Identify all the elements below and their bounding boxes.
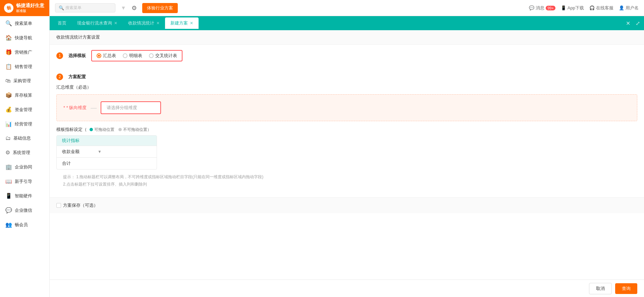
sidebar-item-label: 企业微信 [15,207,32,213]
trial-button[interactable]: 体验行业方案 [142,3,178,13]
dimension-title: 汇总维度（必选） [56,84,637,90]
main-area: 🔍 搜索菜单 ▼ ⚙ 体验行业方案 💬 消息 99+ 📱 App下载 🎧 在线客… [50,0,644,297]
radio-summary-circle [97,53,101,58]
page-header: 收款情况统计方案设置 [50,30,644,45]
radio-detail[interactable]: 明细表 [123,53,142,59]
sidebar-item-label: 基础信息 [13,135,31,141]
metrics-header: 模板指标设定（ 可拖动位置 不可拖动位置） [56,127,637,133]
sidebar-item-inventory[interactable]: 📦 库存核算 [0,88,49,102]
step1-title: 选择模板 [68,53,86,59]
sidebar-item-basic[interactable]: 🗂 基础信息 [0,131,49,145]
tab-home[interactable]: 首页 [52,17,72,29]
step2-row: 2 方案配置 [56,73,637,80]
sidebar-item-label: 智能硬件 [15,193,32,199]
online-service-action[interactable]: 🎧 在线客服 [589,5,613,11]
tab-bank-close[interactable]: ✕ [114,21,117,26]
user-icon: 👤 [619,5,624,10]
dimension-panel: * 纵向维度 — 请选择分组维度 [56,94,637,121]
radio-summary[interactable]: 汇总表 [97,53,116,59]
page-content: 收款情况统计方案设置 1 选择模板 汇总表 明细表 [50,30,644,280]
radio-cross[interactable]: 交叉统计表 [149,53,177,59]
sidebar-item-hardware[interactable]: 📱 智能硬件 [0,189,49,203]
close-window-btn[interactable]: ✕ [625,19,632,28]
step2-title: 方案配置 [68,74,86,80]
sidebar-item-search-menu[interactable]: 🔍 搜索菜单 [0,16,49,31]
finance-icon: 💰 [5,106,12,113]
sidebar-item-label: 企业协同 [15,164,32,170]
sidebar-item-label: 营销推广 [15,49,32,55]
logo-icon: 畅 [4,3,13,13]
tab-new-plan-close[interactable]: ✕ [190,21,193,26]
dimension-row: * 纵向维度 — 请选择分组维度 [63,101,630,114]
member-icon: 👥 [5,221,12,228]
radio-summary-label: 汇总表 [103,53,116,59]
sidebar-item-label: 资金管理 [15,107,32,113]
sidebar-item-collab[interactable]: 🏢 企业协同 [0,160,49,174]
sidebar-item-operations[interactable]: 📊 经营管理 [0,117,49,131]
non-draggable-toggle: 不可拖动位置） [118,127,151,133]
save-checkbox[interactable]: 方案保存（可选） [56,202,98,208]
header-actions: 💬 消息 99+ 📱 App下载 🎧 在线客服 👤 用户名 [529,5,639,11]
sidebar-item-guide[interactable]: 📖 新手引导 [0,174,49,189]
message-action[interactable]: 💬 消息 99+ [529,5,555,11]
tab-collection-stats[interactable]: 收款情况统计 ✕ [123,17,165,29]
tab-bar-actions: ✕ ⤢ [625,19,641,28]
app-icon: 📱 [561,5,566,10]
sidebar-item-wechat[interactable]: 💬 企业微信 [0,203,49,217]
dimension-select[interactable]: 请选择分组维度 [101,101,161,114]
sidebar-item-sales[interactable]: 📋 销售管理 [0,59,49,74]
metrics-total: 合计 [57,157,157,169]
sidebar-item-finance[interactable]: 💰 资金管理 [0,102,49,117]
non-draggable-label: 不可拖动位置） [123,127,151,133]
step2-section: 2 方案配置 汇总维度（必选） * 纵向维度 — 请选择分组维度 [50,73,644,197]
radio-detail-label: 明细表 [129,53,142,59]
draggable-dot [90,128,93,131]
chevron-down-icon: ▼ [98,149,102,154]
radio-detail-circle [123,53,127,58]
sidebar-item-marketing[interactable]: 🎁 营销推广 [0,45,49,59]
template-radio-group: 汇总表 明细表 交叉统计表 [91,50,182,61]
tips-section: 提示： 1.拖动标题栏可以调整布局，不可跨维度或指标区域拖动栏目字段(只能在同一… [56,169,637,192]
sidebar-item-label: 经营管理 [15,121,32,127]
tab-bar: 首页 现金银行流水查询 ✕ 收款情况统计 ✕ 新建方案 ✕ ✕ ⤢ [50,16,644,30]
tab-new-plan[interactable]: 新建方案 ✕ [165,17,199,29]
home-icon: 🏠 [5,35,12,41]
draggable-toggle: 可拖动位置 [90,127,114,133]
user-name-action[interactable]: 👤 用户名 [619,5,639,11]
message-badge: 99+ [546,6,555,10]
sidebar-item-label: 搜索菜单 [15,20,32,27]
non-draggable-dot [118,128,122,131]
tab-bank[interactable]: 现金银行流水查询 ✕ [72,17,123,29]
dropdown-icon[interactable]: ▼ [121,5,126,11]
save-checkbox-label: 方案保存（可选） [63,202,98,208]
content-area: 收款情况统计方案设置 1 选择模板 汇总表 明细表 [50,30,644,280]
dimension-container: 汇总维度（必选） * 纵向维度 — 请选择分组维度 [56,84,637,121]
step2-badge: 2 [56,73,63,80]
search-menu-icon: 🔍 [5,20,12,27]
save-checkbox-box[interactable] [56,203,61,208]
sidebar-item-purchase[interactable]: 🛍 采购管理 [0,74,49,88]
radio-cross-circle [149,53,154,58]
sidebar-item-system[interactable]: ⚙ 系统管理 [0,145,49,160]
cancel-button[interactable]: 取消 [589,283,612,294]
tip-line2: 2.点击标题栏下拉可设置排序、插入列和删除列 [63,181,631,188]
message-icon: 💬 [529,5,534,10]
metrics-table: 统计指标 收款金额 ▼ 合计 [56,135,157,169]
required-star: * [66,105,68,110]
metrics-category: 统计指标 [57,136,157,146]
sidebar-item-member[interactable]: 👥 畅会员 [0,217,49,232]
query-button[interactable]: 查询 [615,283,637,294]
sidebar-item-label: 系统管理 [13,150,30,156]
header-search[interactable]: 🔍 搜索菜单 [55,3,115,12]
settings-icon[interactable]: ⚙ [131,4,137,12]
sidebar-item-label: 采购管理 [13,78,31,84]
sidebar-item-label: 新手引导 [15,179,32,185]
app-download-action[interactable]: 📱 App下载 [561,5,584,11]
metrics-column-header[interactable]: 收款金额 ▼ [57,146,107,157]
tip-line1: 提示： 1.拖动标题栏可以调整布局，不可跨维度或指标区域拖动栏目字段(只能在同一… [63,174,631,181]
tab-collection-close[interactable]: ✕ [156,21,160,26]
step1-badge: 1 [56,52,63,59]
maximize-btn[interactable]: ⤢ [634,19,641,28]
sidebar-item-quick-nav[interactable]: 🏠 快捷导航 [0,31,49,45]
building-icon: 🏢 [5,164,12,170]
